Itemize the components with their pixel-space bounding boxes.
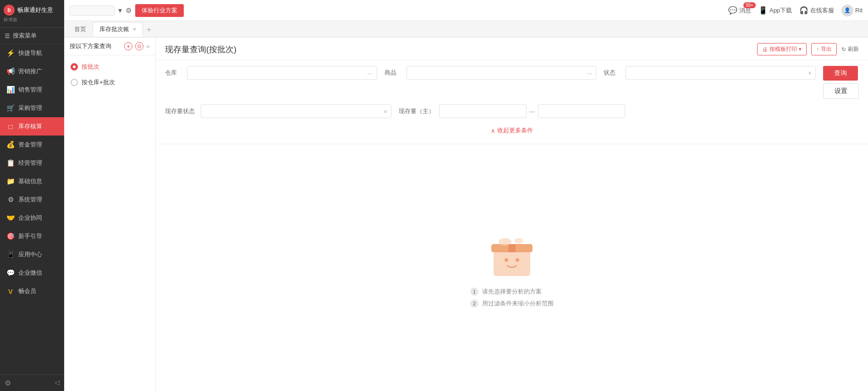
sidebar-item-label: 基础信息 <box>18 177 42 185</box>
sidebar-item-enterprise[interactable]: 🤝 企业协同 <box>0 209 64 227</box>
sidebar-item-shortcut[interactable]: ⚡ 快捷导航 <box>0 44 64 62</box>
sidebar-item-label: 库存核算 <box>18 122 42 130</box>
sidebar-item-system[interactable]: ⚙ 系统管理 <box>0 190 64 209</box>
scheme-collapse-icon[interactable]: « <box>146 43 150 50</box>
sidebar-item-label: 畅会员 <box>18 287 36 295</box>
collapse-label: 收起更多条件 <box>497 126 533 135</box>
sidebar-item-label: 经营管理 <box>18 159 42 167</box>
topbar-gear-icon[interactable]: ⚙ <box>126 6 132 15</box>
scheme-list: 按批次 按仓库+批次 <box>64 55 155 94</box>
settings-button[interactable]: 设置 <box>823 83 859 99</box>
app-download-button[interactable]: 📱 App下载 <box>758 6 792 15</box>
scheme-header-label: 按以下方案查询 <box>70 42 111 50</box>
product-filter: 商品 ··· <box>385 66 597 80</box>
empty-state: 1 请先选择要分析的方案 2 用过滤条件来缩小分析范围 <box>156 144 868 391</box>
query-button[interactable]: 查询 <box>823 66 858 81</box>
sidebar-item-label: 快捷导航 <box>18 49 42 57</box>
online-service-label: 在线客服 <box>810 6 834 15</box>
tab-close-icon[interactable]: × <box>133 26 136 33</box>
export-button[interactable]: ↑ 导出 <box>811 43 837 55</box>
sidebar-item-label: 企业协同 <box>18 214 42 222</box>
print-button[interactable]: 🖨 按模板打印 ▾ <box>757 43 807 55</box>
try-industry-button[interactable]: 体验行业方案 <box>135 4 184 17</box>
topbar-dropdown-icon[interactable]: ▾ <box>118 6 122 15</box>
page-actions: 🖨 按模板打印 ▾ ↑ 导出 ↻ 刷新 <box>757 43 859 60</box>
print-label: 按模板打印 <box>769 45 797 53</box>
scheme-item-batch[interactable]: 按批次 <box>64 59 155 75</box>
status-label: 状态 <box>604 69 622 77</box>
scheme-item-warehouse-batch[interactable]: 按仓库+批次 <box>64 75 155 90</box>
brand-name: 畅康通好生意 <box>17 6 53 14</box>
export-label: 导出 <box>821 45 832 53</box>
sidebar-item-wechat[interactable]: 💬 企业微信 <box>0 264 64 282</box>
appstore-icon: 📱 <box>6 250 15 259</box>
sidebar-item-operation[interactable]: 📋 经营管理 <box>0 154 64 172</box>
version-label: 标准版 <box>4 16 60 23</box>
sidebar-item-basic[interactable]: 📁 基础信息 <box>0 172 64 190</box>
app-download-label: App下载 <box>769 6 792 15</box>
empty-svg-icon <box>484 228 539 278</box>
warehouse-input[interactable] <box>191 70 365 76</box>
refresh-icon: ↻ <box>841 46 846 53</box>
inventory-status-filter: 现存量状态 ∨ <box>165 104 391 118</box>
qty-to-input[interactable] <box>538 104 626 118</box>
refresh-button[interactable]: ↻ 刷新 <box>841 45 859 53</box>
search-menu[interactable]: ☰ 搜索菜单 <box>0 28 64 44</box>
sidebar-item-appstore[interactable]: 📱 应用中心 <box>0 245 64 264</box>
scheme-add-icon[interactable]: + <box>124 42 132 50</box>
collapse-filters-button[interactable]: ∧ 收起更多条件 <box>165 123 859 138</box>
sidebar-item-member[interactable]: V 畅会员 <box>0 282 64 300</box>
sidebar-item-label: 新手引导 <box>18 232 42 240</box>
warehouse-filter: 仓库 ··· <box>165 66 377 80</box>
tabs-bar: 首页 库存批次账 × ＋ <box>64 21 868 38</box>
sidebar-item-sales[interactable]: 📊 销售管理 <box>0 81 64 99</box>
sidebar-item-marketing[interactable]: 📢 营销推广 <box>0 62 64 81</box>
messages-button[interactable]: 💬 消息 99+ <box>728 6 751 15</box>
action-buttons: 查询 设置 <box>823 66 859 99</box>
filter-section: 仓库 ··· 商品 ··· 状态 <box>156 60 868 144</box>
brand-icon: b <box>4 5 15 16</box>
tab-inventory-label: 库存批次账 <box>99 25 129 33</box>
product-dots[interactable]: ··· <box>587 69 593 77</box>
sidebar-settings-icon[interactable]: ⚙ <box>5 379 11 387</box>
svg-point-5 <box>505 258 508 262</box>
svg-point-6 <box>516 258 519 262</box>
status-select-wrap[interactable]: ∨ <box>626 66 816 80</box>
sidebar-item-newbie[interactable]: 🎯 新手引导 <box>0 227 64 245</box>
product-input[interactable] <box>411 70 585 76</box>
page-header: 现存量查询(按批次) 🖨 按模板打印 ▾ ↑ 导出 ↻ 刷新 <box>156 38 868 60</box>
hint-num-1: 1 <box>470 288 478 296</box>
inventory-qty-label: 现存量（主） <box>399 107 435 115</box>
scheme-actions: + ⊙ « <box>124 42 150 50</box>
page-title: 现存量查询(按批次) <box>165 44 236 60</box>
online-service-button[interactable]: 🎧 在线客服 <box>799 6 834 15</box>
svg-rect-0 <box>494 249 530 276</box>
print-dropdown-icon[interactable]: ▾ <box>799 46 802 52</box>
shortcut-icon: ⚡ <box>6 49 15 57</box>
warehouse-dots[interactable]: ··· <box>367 69 373 77</box>
query-panel: 现存量查询(按批次) 🖨 按模板打印 ▾ ↑ 导出 ↻ 刷新 <box>156 38 868 391</box>
finance-icon: 💰 <box>6 141 15 149</box>
empty-hints: 1 请先选择要分析的方案 2 用过滤条件来缩小分析范围 <box>470 288 554 308</box>
inventory-status-select[interactable]: ∨ <box>201 104 391 118</box>
qty-from-input[interactable] <box>439 104 527 118</box>
wechat-icon: 💬 <box>6 269 15 277</box>
scheme-settings-icon[interactable]: ⊙ <box>135 42 143 50</box>
add-tab-icon[interactable]: ＋ <box>145 24 153 35</box>
sidebar-header: b 畅康通好生意 标准版 <box>0 0 64 28</box>
user-profile[interactable]: 👤 Rit <box>841 5 863 16</box>
hint-num-2: 2 <box>470 299 478 308</box>
sidebar-collapse-icon[interactable]: ◁ <box>55 379 60 387</box>
status-filter: 状态 ∨ <box>604 66 816 80</box>
tab-inventory-batch[interactable]: 库存批次账 × <box>93 22 143 37</box>
topbar: ▾ ⚙ 体验行业方案 💬 消息 99+ 📱 App下载 🎧 在线客服 👤 <box>64 0 868 21</box>
hint-item-2: 2 用过滤条件来缩小分析范围 <box>470 299 554 308</box>
sidebar-item-finance[interactable]: 💰 资金管理 <box>0 136 64 154</box>
username-label: Rit <box>855 7 863 14</box>
topbar-search-input[interactable] <box>74 7 110 14</box>
sidebar-item-inventory[interactable]: □ 库存核算 <box>0 117 64 136</box>
tab-home[interactable]: 首页 <box>68 22 93 36</box>
inventory-status-label: 现存量状态 <box>165 107 197 115</box>
purchase-icon: 🛒 <box>6 104 15 112</box>
sidebar-item-purchase[interactable]: 🛒 采购管理 <box>0 99 64 117</box>
